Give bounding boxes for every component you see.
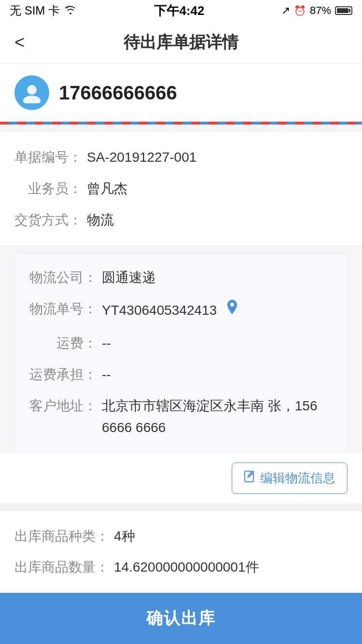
dashed-divider bbox=[0, 122, 362, 125]
freight-bearer-value: -- bbox=[102, 364, 333, 386]
goods-quantity-row: 出库商品数量： 14.620000000000001件 bbox=[14, 557, 348, 578]
status-bar: 无 SIM 卡 下午4:42 ↗ ⏰ 87% bbox=[0, 0, 362, 21]
edit-logistics-section: 编辑物流信息 bbox=[0, 453, 362, 504]
edit-logistics-label: 编辑物流信息 bbox=[260, 470, 335, 487]
tracking-number-text: YT43064053424​13 bbox=[102, 300, 217, 322]
alarm-icon: ⏰ bbox=[294, 5, 306, 16]
user-avatar bbox=[14, 75, 49, 110]
freight-value: -- bbox=[102, 333, 333, 354]
tracking-value: YT43064053424​13 bbox=[102, 298, 333, 323]
battery-icon bbox=[335, 6, 352, 15]
goods-type-value: 4种 bbox=[114, 526, 348, 547]
logistics-card: 物流公司： 圆通速递 物流单号： YT43064053424​13 运费： --… bbox=[14, 253, 348, 452]
address-row: 客户地址： 北京市市辖区海淀区永丰南 张，156 6666 6666 bbox=[29, 395, 333, 439]
order-number-value: SA-20191227-001 bbox=[87, 147, 348, 168]
logistics-company-row: 物流公司： 圆通速递 bbox=[29, 267, 333, 289]
map-location-icon[interactable] bbox=[223, 298, 241, 323]
delivery-method-label: 交货方式： bbox=[14, 210, 87, 231]
address-value: 北京市市辖区海淀区永丰南 张，156 6666 6666 bbox=[102, 395, 333, 439]
goods-section: 出库商品种类： 4种 出库商品数量： 14.620000000000001件 bbox=[0, 511, 362, 593]
carrier-text: 无 SIM 卡 bbox=[10, 3, 60, 18]
user-phone: 17666666666 bbox=[59, 82, 177, 104]
freight-bearer-label: 运费承担： bbox=[29, 364, 102, 386]
freight-row: 运费： -- bbox=[29, 333, 333, 354]
address-label: 客户地址： bbox=[29, 395, 102, 417]
status-left: 无 SIM 卡 bbox=[10, 3, 77, 18]
goods-type-row: 出库商品种类： 4种 bbox=[14, 526, 348, 547]
delivery-method-value: 物流 bbox=[87, 210, 348, 231]
freight-bearer-row: 运费承担： -- bbox=[29, 364, 333, 386]
section-divider-1 bbox=[0, 504, 362, 511]
confirm-btn-wrap: 确认出库 bbox=[0, 593, 362, 644]
order-number-row: 单据编号： SA-20191227-001 bbox=[14, 147, 348, 168]
edit-logistics-button[interactable]: 编辑物流信息 bbox=[232, 462, 348, 494]
logistics-company-label: 物流公司： bbox=[29, 267, 102, 289]
order-number-label: 单据编号： bbox=[14, 147, 87, 168]
salesperson-row: 业务员： 曾凡杰 bbox=[14, 178, 348, 200]
goods-quantity-value: 14.620000000000001件 bbox=[114, 557, 348, 578]
user-header: 17666666666 bbox=[0, 64, 362, 122]
wifi-icon bbox=[64, 4, 77, 17]
freight-label: 运费： bbox=[29, 333, 102, 354]
time-text: 下午4:42 bbox=[154, 2, 204, 19]
goods-quantity-label: 出库商品数量： bbox=[14, 557, 114, 578]
tracking-label: 物流单号： bbox=[29, 298, 102, 320]
svg-point-0 bbox=[27, 85, 37, 95]
battery-percent: 87% bbox=[310, 4, 331, 17]
logistics-company-value: 圆通速递 bbox=[102, 267, 333, 289]
delivery-method-row: 交货方式： 物流 bbox=[14, 210, 348, 231]
svg-point-1 bbox=[23, 96, 41, 103]
tracking-number-row: 物流单号： YT43064053424​13 bbox=[29, 298, 333, 323]
confirm-outbound-button[interactable]: 确认出库 bbox=[0, 607, 362, 630]
salesperson-label: 业务员： bbox=[14, 178, 87, 200]
location-status-icon: ↗ bbox=[281, 4, 290, 17]
back-button[interactable]: < bbox=[10, 28, 29, 57]
salesperson-value: 曾凡杰 bbox=[87, 178, 348, 200]
order-info-section: 单据编号： SA-20191227-001 业务员： 曾凡杰 交货方式： 物流 bbox=[0, 132, 362, 245]
nav-bar: < 待出库单据详情 bbox=[0, 21, 362, 64]
edit-icon bbox=[244, 470, 256, 486]
status-right: ↗ ⏰ 87% bbox=[281, 4, 352, 17]
page-title: 待出库单据详情 bbox=[124, 31, 238, 54]
goods-type-label: 出库商品种类： bbox=[14, 526, 114, 547]
